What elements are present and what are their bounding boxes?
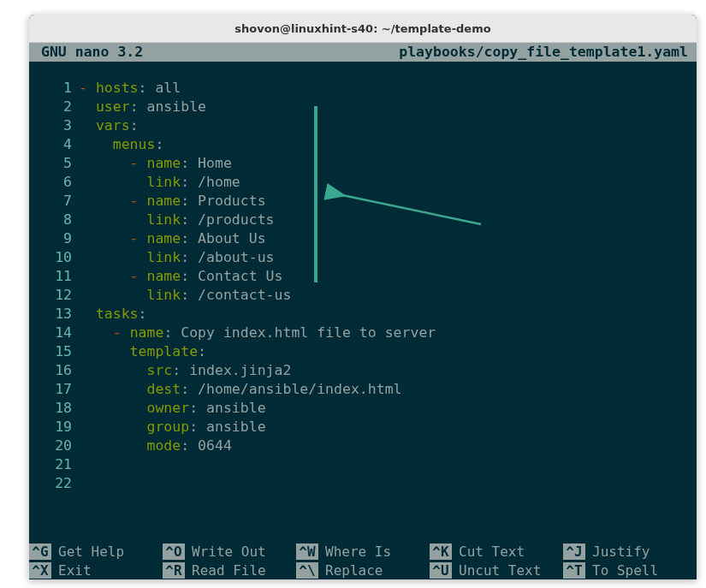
- line-code[interactable]: link: /contact-us: [79, 286, 291, 305]
- line-number: 12: [29, 286, 79, 305]
- code-line[interactable]: 7 - name: Products: [29, 192, 697, 211]
- code-line[interactable]: 5 - name: Home: [29, 154, 697, 173]
- code-line[interactable]: 16 src: index.jinja2: [29, 361, 697, 380]
- nano-filename: playbooks/copy_file_template1.yaml: [399, 43, 697, 62]
- line-number: 7: [29, 192, 79, 211]
- line-code[interactable]: mode: 0644: [79, 437, 232, 455]
- line-number: 3: [29, 116, 79, 135]
- nano-editor[interactable]: GNU nano 3.2 playbooks/copy_file_templat…: [29, 43, 697, 493]
- code-line[interactable]: 18 owner: ansible: [29, 399, 697, 418]
- window-titlebar: shovon@linuxhint-s40: ~/template-demo: [29, 15, 697, 43]
- code-line[interactable]: 6 link: /home: [29, 173, 697, 192]
- line-number: 9: [29, 229, 79, 248]
- code-line[interactable]: 13 tasks:: [29, 305, 697, 324]
- line-code[interactable]: dest: /home/ansible/index.html: [79, 380, 402, 399]
- shortcut-label: Uncut Text: [459, 562, 541, 579]
- nano-shortcuts: ^GGet Help^OWrite Out^WWhere Is^KCut Tex…: [29, 542, 697, 579]
- line-number: 16: [29, 361, 79, 380]
- line-code[interactable]: - name: Contact Us: [79, 267, 282, 286]
- line-number: 5: [29, 154, 79, 173]
- shortcut-key: ^O: [163, 543, 185, 560]
- line-number: 19: [29, 418, 79, 437]
- shortcut-item[interactable]: ^TTo Spell: [563, 562, 697, 579]
- code-line[interactable]: 2 user: ansible: [29, 98, 697, 116]
- line-number: 13: [29, 305, 79, 324]
- line-number: 20: [29, 437, 79, 455]
- code-line[interactable]: 12 link: /contact-us: [29, 286, 697, 305]
- line-code[interactable]: link: /about-us: [79, 248, 275, 267]
- shortcut-key: ^G: [29, 543, 51, 560]
- shortcut-item[interactable]: ^\Replace: [296, 562, 430, 579]
- shortcut-item[interactable]: ^UUncut Text: [430, 562, 563, 579]
- line-code[interactable]: - name: Home: [79, 154, 232, 173]
- shortcut-key: ^\: [296, 562, 318, 579]
- shortcut-key: ^U: [430, 562, 452, 579]
- line-code[interactable]: vars:: [79, 116, 139, 135]
- line-code[interactable]: link: /home: [79, 173, 240, 192]
- code-area[interactable]: 1- hosts: all2 user: ansible3 vars:4 men…: [29, 62, 697, 493]
- shortcut-label: Write Out: [192, 543, 266, 560]
- line-code[interactable]: user: ansible: [79, 98, 206, 116]
- code-line[interactable]: 17 dest: /home/ansible/index.html: [29, 380, 697, 399]
- shortcut-label: Get Help: [58, 543, 124, 560]
- line-code[interactable]: template:: [79, 342, 206, 361]
- code-line[interactable]: 11 - name: Contact Us: [29, 267, 697, 286]
- shortcut-item[interactable]: ^KCut Text: [430, 543, 563, 560]
- line-number: 18: [29, 399, 79, 418]
- code-line[interactable]: 19 group: ansible: [29, 418, 697, 437]
- line-number: 2: [29, 98, 79, 116]
- code-line[interactable]: 10 link: /about-us: [29, 248, 697, 267]
- shortcut-row-1: ^GGet Help^OWrite Out^WWhere Is^KCut Tex…: [29, 542, 697, 561]
- nano-version: GNU nano 3.2: [29, 43, 143, 62]
- code-line[interactable]: 4 menus:: [29, 135, 697, 154]
- shortcut-item[interactable]: ^JJustify: [563, 543, 697, 560]
- line-number: 6: [29, 173, 79, 192]
- shortcut-item[interactable]: ^OWrite Out: [163, 543, 296, 560]
- line-code[interactable]: tasks:: [79, 305, 146, 324]
- line-number: 21: [29, 455, 79, 474]
- code-line[interactable]: 15 template:: [29, 342, 697, 361]
- line-number: 11: [29, 267, 79, 286]
- line-code[interactable]: link: /products: [79, 211, 275, 229]
- line-code[interactable]: - name: About Us: [79, 229, 266, 248]
- shortcut-label: Justify: [592, 543, 650, 560]
- code-line[interactable]: 20 mode: 0644: [29, 437, 697, 455]
- shortcut-item[interactable]: ^RRead File: [163, 562, 296, 579]
- nano-statusbar: GNU nano 3.2 playbooks/copy_file_templat…: [29, 43, 697, 62]
- code-line[interactable]: 21: [29, 455, 697, 474]
- shortcut-item[interactable]: ^WWhere Is: [296, 543, 430, 560]
- shortcut-key: ^W: [296, 543, 318, 560]
- code-line[interactable]: 22: [29, 474, 697, 493]
- code-line[interactable]: 14 - name: Copy index.html file to serve…: [29, 324, 697, 342]
- line-code[interactable]: group: ansible: [79, 418, 266, 437]
- line-number: 15: [29, 342, 79, 361]
- shortcut-label: To Spell: [592, 562, 658, 579]
- shortcut-key: ^K: [430, 543, 452, 560]
- shortcut-key: ^X: [29, 562, 51, 579]
- shortcut-key: ^T: [563, 562, 585, 579]
- shortcut-item[interactable]: ^GGet Help: [29, 543, 163, 560]
- shortcut-label: Replace: [325, 562, 383, 579]
- shortcut-key: ^R: [163, 562, 185, 579]
- shortcut-label: Exit: [58, 562, 92, 579]
- shortcut-row-2: ^XExit^RRead File^\Replace^UUncut Text^T…: [29, 561, 697, 579]
- shortcut-label: Read File: [192, 562, 266, 579]
- line-code[interactable]: - name: Products: [79, 192, 266, 211]
- terminal-window: shovon@linuxhint-s40: ~/template-demo GN…: [29, 15, 697, 579]
- line-code[interactable]: owner: ansible: [79, 399, 266, 418]
- line-code[interactable]: - name: Copy index.html file to server: [79, 324, 436, 342]
- line-number: 8: [29, 211, 79, 229]
- line-code[interactable]: - hosts: all: [79, 79, 181, 98]
- line-code[interactable]: src: index.jinja2: [79, 361, 291, 380]
- line-number: 10: [29, 248, 79, 267]
- shortcut-item[interactable]: ^XExit: [29, 562, 163, 579]
- code-line[interactable]: 9 - name: About Us: [29, 229, 697, 248]
- shortcut-label: Cut Text: [459, 543, 525, 560]
- code-line[interactable]: 3 vars:: [29, 116, 697, 135]
- code-line[interactable]: 8 link: /products: [29, 211, 697, 229]
- line-number: 17: [29, 380, 79, 399]
- line-number: 14: [29, 324, 79, 342]
- code-line[interactable]: 1- hosts: all: [29, 79, 697, 98]
- line-code[interactable]: menus:: [79, 135, 163, 154]
- shortcut-label: Where Is: [325, 543, 391, 560]
